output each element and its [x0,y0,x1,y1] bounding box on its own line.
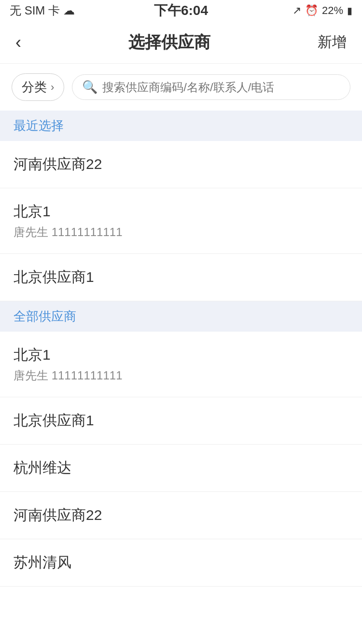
status-time: 下午6:04 [154,1,208,20]
location-icon: ↗ [292,4,301,17]
chevron-right-icon: › [51,81,54,94]
item-name: 北京供应商1 [14,267,348,287]
status-right: ↗ ⏰ 22% ▮ [292,4,352,17]
list-item[interactable]: 杭州维达 [0,445,362,492]
item-name: 河南供应商22 [14,154,348,174]
item-name: 杭州维达 [14,458,348,478]
no-sim-text: 无 SIM 卡 ☁ [10,3,75,18]
list-item[interactable]: 河南供应商22 [0,141,362,188]
list-item[interactable]: 北京供应商1 [0,397,362,445]
list-item[interactable]: 北京供应商1 [0,254,362,301]
item-name: 河南供应商22 [14,505,348,525]
item-name: 北京1 [14,202,348,222]
nav-bar: ‹ 选择供应商 新增 [0,21,362,64]
item-sub: 唐先生 11111111111 [14,224,348,240]
section-header-0: 最近选择 [0,111,362,141]
search-input[interactable] [102,81,340,94]
add-button[interactable]: 新增 [318,32,347,52]
item-name: 北京供应商1 [14,411,348,431]
page-title: 选择供应商 [128,31,210,54]
filter-row: 分类 › 🔍 [0,64,362,111]
battery-text: 22% [322,4,343,17]
back-button[interactable]: ‹ [15,32,21,53]
list-item[interactable]: 苏州清风 [0,539,362,587]
category-button[interactable]: 分类 › [12,73,64,101]
sections-container: 最近选择河南供应商22北京1唐先生 11111111111北京供应商1全部供应商… [0,111,362,587]
status-left: 无 SIM 卡 ☁ [10,3,75,18]
list-item[interactable]: 北京1唐先生 11111111111 [0,332,362,397]
list-item[interactable]: 北京1唐先生 11111111111 [0,188,362,254]
item-name: 北京1 [14,345,348,365]
list-item[interactable]: 河南供应商22 [0,492,362,539]
item-sub: 唐先生 11111111111 [14,368,348,383]
alarm-icon: ⏰ [305,4,318,17]
item-name: 苏州清风 [14,553,348,573]
section-header-1: 全部供应商 [0,301,362,332]
search-box[interactable]: 🔍 [72,74,350,100]
status-bar: 无 SIM 卡 ☁ 下午6:04 ↗ ⏰ 22% ▮ [0,0,362,21]
search-icon: 🔍 [82,80,97,95]
battery-icon: ▮ [347,5,352,16]
category-label: 分类 [22,79,47,96]
